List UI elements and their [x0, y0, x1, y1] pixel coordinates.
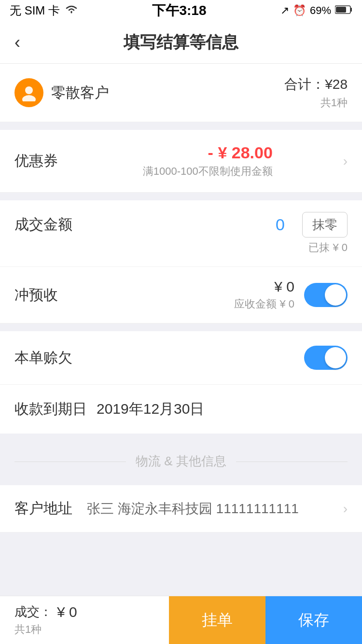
content: 零散客户 合计：¥28 共1种 优惠券 - ¥ 28.00 满1000-100不…	[0, 64, 362, 590]
prereceive-label: 冲预收	[14, 285, 72, 305]
address-row[interactable]: 客户地址 张三 海淀永丰科技园 11111111111 ›	[0, 485, 362, 532]
status-time: 下午3:18	[152, 1, 206, 20]
customer-name: 零散客户	[51, 83, 109, 103]
avatar	[14, 78, 43, 107]
chevron-right-icon: ›	[343, 154, 348, 169]
customer-total: 合计：¥28	[284, 75, 348, 94]
svg-rect-2	[336, 7, 346, 13]
debt-toggle[interactable]	[304, 346, 348, 370]
prereceive-receivable: 应收金额 ¥ 0	[234, 297, 294, 311]
separator-5	[0, 481, 362, 485]
bottom-deal-row: 成交： ¥ 0	[14, 603, 154, 620]
battery-text: 69%	[310, 4, 331, 17]
logistics-header-text: 物流 & 其他信息	[126, 454, 236, 468]
erased-label: 已抹 ¥ 0	[308, 240, 348, 255]
separator-3	[0, 323, 362, 331]
back-button[interactable]: ‹	[14, 32, 20, 53]
prereceive-amount: ¥ 0	[234, 279, 294, 295]
status-left: 无 SIM 卡	[10, 3, 78, 18]
wifi-icon	[65, 4, 78, 17]
round-zero-button[interactable]: 抹零	[302, 212, 348, 238]
due-date-row: 收款到期日 2019年12月30日	[0, 385, 362, 434]
deal-row-bottom: 已抹 ¥ 0	[14, 240, 348, 255]
prereceive-row: 冲预收 ¥ 0 应收金额 ¥ 0	[0, 267, 362, 323]
prereceive-right: ¥ 0 应收金额 ¥ 0	[234, 279, 348, 311]
due-date-value: 2019年12月30日	[97, 399, 204, 419]
coupon-discount-desc: 满1000-100不限制使用金额	[143, 164, 273, 179]
pending-button[interactable]: 挂单	[169, 596, 265, 644]
debt-label: 本单赊欠	[14, 348, 72, 368]
bottom-info: 成交： ¥ 0 共1种	[0, 603, 169, 637]
address-label: 客户地址	[14, 499, 72, 518]
address-value: 张三 海淀永丰科技园 11111111111	[87, 500, 343, 518]
customer-count: 共1种	[284, 96, 348, 110]
signal-text: 无 SIM 卡	[10, 3, 60, 18]
deal-row-top: 成交金额 0 抹零	[14, 212, 348, 238]
customer-row: 零散客户 合计：¥28 共1种	[0, 64, 362, 122]
address-chevron-icon: ›	[343, 501, 348, 517]
coupon-discount-amount: - ¥ 28.00	[143, 143, 273, 162]
debt-row: 本单赊欠	[0, 331, 362, 385]
customer-left: 零散客户	[14, 78, 109, 107]
debt-toggle-thumb	[325, 347, 346, 368]
bottom-deal-label: 成交：	[14, 603, 52, 620]
battery-icon	[335, 4, 352, 17]
coupon-label: 优惠券	[14, 151, 72, 171]
nav-bar: ‹ 填写结算等信息	[0, 21, 362, 64]
separator-2	[0, 193, 362, 200]
bottom-bar: 成交： ¥ 0 共1种 挂单 保存	[0, 596, 362, 644]
coupon-info: - ¥ 28.00 满1000-100不限制使用金额	[143, 143, 273, 179]
deal-amount-right: 0 抹零	[72, 212, 348, 238]
svg-rect-1	[350, 8, 352, 12]
deal-amount-value[interactable]: 0	[227, 215, 285, 234]
prereceive-toggle[interactable]	[304, 283, 348, 307]
page-title: 填写结算等信息	[124, 31, 238, 54]
save-button[interactable]: 保存	[265, 596, 362, 644]
coupon-row[interactable]: 优惠券 - ¥ 28.00 满1000-100不限制使用金额 ›	[0, 130, 362, 193]
deal-amount-section: 成交金额 0 抹零 已抹 ¥ 0	[0, 200, 362, 267]
status-bar: 无 SIM 卡 下午3:18 ↗ ⏰ 69%	[0, 0, 362, 21]
prereceive-amounts: ¥ 0 应收金额 ¥ 0	[234, 279, 294, 311]
location-icon: ↗	[280, 4, 289, 17]
alarm-icon: ⏰	[293, 4, 306, 17]
toggle-thumb	[325, 284, 346, 306]
separator-1	[0, 122, 362, 130]
due-date-label: 收款到期日	[14, 399, 87, 419]
separator-4	[0, 434, 362, 441]
svg-point-4	[22, 95, 36, 101]
logistics-header: 物流 & 其他信息	[0, 441, 362, 481]
svg-point-3	[25, 86, 33, 94]
customer-info: 合计：¥28 共1种	[284, 75, 348, 110]
bottom-count: 共1种	[14, 622, 154, 637]
deal-amount-label: 成交金额	[14, 215, 72, 235]
bottom-deal-amount: ¥ 0	[57, 604, 77, 620]
status-right: ↗ ⏰ 69%	[280, 4, 352, 17]
